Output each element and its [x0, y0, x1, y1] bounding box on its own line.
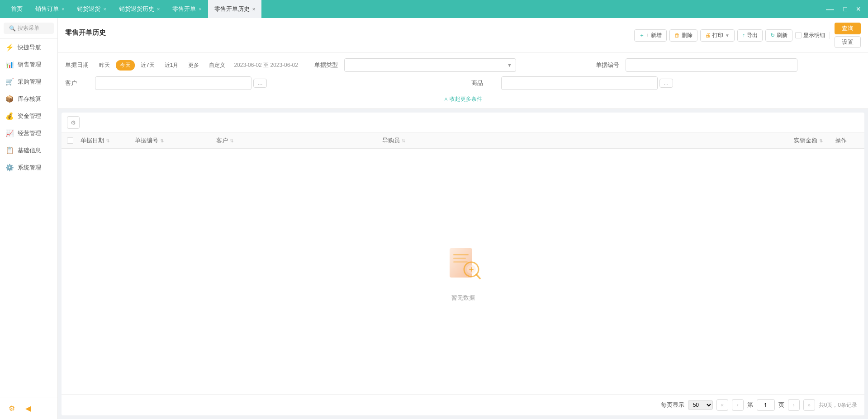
basic-info-icon: 📋: [5, 146, 14, 155]
add-button[interactable]: ＋ + 新增: [634, 29, 667, 42]
date-btn-last7[interactable]: 近7天: [137, 60, 159, 71]
sidebar-item-sys-mgmt[interactable]: ⚙️ 系统管理: [0, 159, 57, 176]
sidebar-item-label: 销售管理: [18, 61, 41, 69]
date-btn-last1m[interactable]: 近1月: [161, 60, 183, 71]
sidebar-item-quick-nav[interactable]: ⚡ 快捷导航: [0, 39, 57, 56]
page-input[interactable]: [757, 399, 775, 411]
page-title: 零售开单历史: [65, 28, 106, 42]
print-button[interactable]: 🖨 打印 ▼: [700, 29, 735, 42]
sidebar-item-label: 基础信息: [18, 146, 41, 155]
tab-close-sales-return[interactable]: ×: [103, 6, 106, 12]
sidebar: 🔍 搜索采单 ⚡ 快捷导航 📊 销售管理 🛒 采购管理 📦 库存核算 💰 资金管…: [0, 18, 58, 419]
first-page-btn[interactable]: «: [716, 399, 728, 411]
tab-retail-open[interactable]: 零售开单 ×: [166, 0, 208, 18]
doc-type-select[interactable]: ▼: [344, 58, 516, 72]
th-amount[interactable]: 实销金额 ⇅: [768, 137, 823, 145]
date-btn-custom[interactable]: 自定义: [205, 60, 229, 71]
goods-input[interactable]: [501, 76, 658, 90]
tab-home[interactable]: 首页: [5, 0, 29, 18]
tab-sales-return[interactable]: 销货退货 ×: [71, 0, 112, 18]
refresh-button[interactable]: ↻ 刷新: [765, 29, 792, 42]
doc-num-input[interactable]: [626, 58, 797, 72]
search-icon: 🔍: [9, 25, 16, 32]
tab-retail-open-history[interactable]: 零售开单历史 ×: [208, 0, 261, 18]
sidebar-item-basic-info[interactable]: 📋 基础信息: [0, 142, 57, 159]
sort-customer-icon: ⇅: [230, 138, 233, 143]
svg-rect-3: [453, 261, 468, 263]
filter-row-2: 客户 … 商品 …: [65, 76, 861, 90]
th-guide[interactable]: 导购员 ⇅: [382, 137, 436, 145]
sidebar-item-label: 系统管理: [18, 164, 41, 172]
search-label: 搜索采单: [18, 24, 39, 32]
per-page-label: 每页显示: [661, 401, 684, 409]
select-all-checkbox[interactable]: [67, 137, 73, 144]
goods-ellipsis-btn[interactable]: …: [659, 79, 673, 88]
sidebar-settings-btn[interactable]: ⚙: [5, 402, 18, 414]
sales-icon: 📊: [5, 61, 14, 69]
tab-close-sales-return-history[interactable]: ×: [157, 6, 160, 12]
sidebar-item-inventory[interactable]: 📦 库存核算: [0, 90, 57, 108]
tab-close-sales-order[interactable]: ×: [62, 6, 64, 12]
export-button[interactable]: ↑ 导出: [737, 29, 763, 42]
empty-illustration: [441, 241, 486, 287]
chevron-down-icon: ▼: [507, 62, 512, 68]
tab-sales-return-history[interactable]: 销货退货历史 ×: [113, 0, 166, 18]
page-label: 第: [747, 401, 753, 409]
window-maximize-btn[interactable]: □: [840, 5, 849, 13]
prev-page-btn[interactable]: ‹: [732, 399, 744, 411]
tab-close-retail-open[interactable]: ×: [199, 6, 201, 12]
date-btn-yesterday[interactable]: 昨天: [95, 60, 114, 71]
tab-sales-order[interactable]: 销售订单 ×: [29, 0, 71, 18]
table-settings-btn[interactable]: ⚙: [67, 116, 80, 129]
th-checkbox: [67, 137, 81, 144]
trash-icon: 🗑: [674, 32, 680, 38]
th-customer[interactable]: 客户 ⇅: [216, 137, 382, 145]
window-minimize-btn[interactable]: —: [823, 5, 837, 14]
next-page-btn[interactable]: ›: [788, 399, 800, 411]
page-suffix: 页: [778, 401, 784, 409]
sort-num-icon: ⇅: [160, 138, 164, 143]
svg-rect-1: [453, 254, 469, 255]
sidebar-item-finance[interactable]: 💰 资金管理: [0, 108, 57, 125]
last-page-icon: »: [807, 402, 811, 408]
header-actions: ＋ + 新增 🗑 删除 🖨 打印 ▼ ↑ 导出 ↻: [634, 23, 861, 48]
doc-num-label: 单据编号: [596, 61, 623, 69]
purchase-icon: 🛒: [5, 78, 14, 86]
refresh-icon: ↻: [770, 32, 775, 38]
sidebar-collapse-btn[interactable]: ◀: [22, 402, 34, 414]
customer-input[interactable]: [95, 76, 251, 90]
date-btn-more[interactable]: 更多: [184, 60, 203, 71]
goods-label: 商品: [471, 79, 498, 87]
display-detail-checkbox[interactable]: 显示明细: [795, 32, 825, 39]
sidebar-item-ops[interactable]: 📈 经营管理: [0, 125, 57, 142]
display-checkbox[interactable]: [795, 32, 802, 38]
sidebar-item-purchase-mgmt[interactable]: 🛒 采购管理: [0, 73, 57, 90]
per-page-select[interactable]: 50 20 100: [688, 400, 713, 410]
last-page-btn[interactable]: »: [803, 399, 815, 411]
sidebar-item-label: 库存核算: [18, 95, 41, 103]
customer-ellipsis-btn[interactable]: …: [253, 79, 267, 88]
delete-button[interactable]: 🗑 删除: [669, 29, 697, 42]
export-icon: ↑: [742, 32, 745, 38]
collapse-filter-btn[interactable]: ∧ 收起更多条件: [65, 94, 861, 103]
th-num[interactable]: 单据编号 ⇅: [135, 137, 216, 145]
sidebar-item-label: 采购管理: [18, 78, 41, 86]
sys-icon: ⚙️: [5, 164, 14, 172]
sidebar-item-sales-mgmt[interactable]: 📊 销售管理: [0, 56, 57, 73]
th-date[interactable]: 单据日期 ⇅: [81, 137, 135, 145]
filter-row-1: 单据日期 昨天 今天 近7天 近1月 更多 自定义 2023-06-02 至 2…: [65, 58, 861, 72]
search-btn[interactable]: 🔍 搜索采单: [4, 23, 54, 34]
sidebar-item-label: 资金管理: [18, 112, 41, 120]
sidebar-item-label: 经营管理: [18, 129, 41, 137]
query-button[interactable]: 查询: [835, 23, 861, 34]
date-btn-today[interactable]: 今天: [116, 60, 135, 71]
tab-close-retail-open-history[interactable]: ×: [252, 6, 255, 12]
sidebar-search-area: 🔍 搜索采单: [0, 18, 57, 39]
window-close-btn[interactable]: ×: [853, 5, 863, 14]
sort-date-icon: ⇅: [106, 138, 109, 143]
quick-nav-icon: ⚡: [5, 43, 14, 52]
filter-section: 单据日期 昨天 今天 近7天 近1月 更多 自定义 2023-06-02 至 2…: [58, 53, 868, 109]
date-filter-label: 单据日期: [65, 61, 92, 69]
ops-icon: 📈: [5, 129, 14, 137]
setting-button[interactable]: 设置: [835, 36, 861, 48]
